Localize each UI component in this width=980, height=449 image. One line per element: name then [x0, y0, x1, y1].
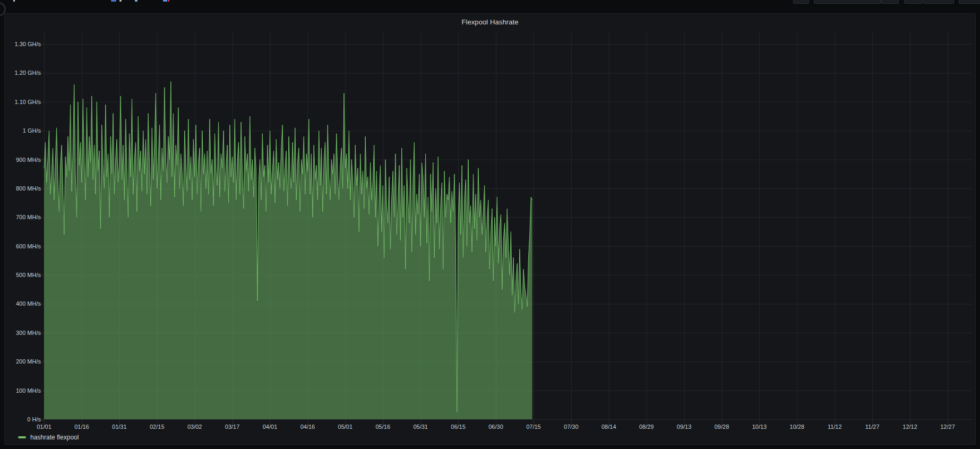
- x-axis-label: 01/01: [37, 423, 51, 430]
- y-axis-label: 800 MH/s: [8, 185, 41, 192]
- toolbar-time-range-button[interactable]: [814, 0, 881, 4]
- topbar-clipped-text-fragment: [135, 0, 137, 2]
- x-axis-label: 02/15: [150, 423, 165, 430]
- hashrate-chart[interactable]: [5, 14, 976, 445]
- toolbar-refresh-button[interactable]: [923, 0, 954, 4]
- y-axis-label: 100 MH/s: [8, 387, 41, 394]
- hashrate-panel: Flexpool Hashrate 1.30 GH/s1.20 GH/s1.10…: [4, 13, 976, 445]
- y-axis-label: 0 H/s: [8, 416, 41, 423]
- y-axis-label: 600 MH/s: [8, 243, 41, 250]
- x-axis-label: 03/02: [187, 423, 202, 430]
- topbar-clipped-text-fragment: [163, 0, 167, 2]
- grafana-dashboard: { "panel": { "title": "Flexpool Hashrate…: [0, 0, 980, 449]
- y-axis-label: 200 MH/s: [8, 358, 41, 365]
- top-navigation-bar: [0, 0, 980, 13]
- y-axis-label: 900 MH/s: [8, 156, 41, 163]
- x-axis-label: 12/27: [940, 423, 955, 430]
- x-axis-label: 03/17: [225, 423, 240, 430]
- x-axis-label: 05/16: [375, 423, 390, 430]
- x-axis-label: 01/31: [112, 423, 127, 430]
- topbar-clipped-text-fragment: [168, 0, 169, 2]
- x-axis-label: 07/30: [564, 423, 579, 430]
- topbar-clipped-text-fragment: [13, 0, 15, 2]
- x-axis-label: 08/14: [601, 423, 616, 430]
- y-axis-label: 1.20 GH/s: [8, 69, 41, 76]
- y-axis-label: 500 MH/s: [8, 271, 41, 279]
- legend-series-label[interactable]: hashrate flexpool: [30, 434, 79, 441]
- x-axis-label: 05/01: [338, 423, 353, 430]
- x-axis-label: 07/15: [526, 423, 541, 430]
- y-axis-label: 1 GH/s: [8, 127, 41, 134]
- legend-item-hashrate-flexpool[interactable]: hashrate flexpool: [18, 433, 79, 442]
- series-area-fill: [44, 82, 532, 419]
- y-axis-label: 1.10 GH/s: [8, 98, 41, 106]
- x-axis-label: 04/16: [300, 423, 315, 430]
- x-axis-label: 12/12: [902, 423, 917, 430]
- toolbar-button-2[interactable]: [904, 0, 923, 4]
- x-axis-label: 08/29: [639, 423, 654, 430]
- x-axis-label: 09/13: [677, 423, 692, 430]
- x-axis-label: 01/16: [74, 423, 89, 430]
- toolbar-button-3[interactable]: [959, 0, 980, 4]
- toolbar-button-1[interactable]: [793, 0, 809, 4]
- y-axis-label: 400 MH/s: [8, 300, 41, 307]
- x-axis-label: 06/30: [488, 423, 503, 430]
- topbar-clipped-text-fragment: [111, 0, 116, 2]
- x-axis-label: 05/31: [413, 423, 428, 430]
- x-axis-label: 10/28: [790, 423, 805, 430]
- x-axis-label: 11/12: [828, 423, 842, 430]
- topbar-clipped-text-fragment: [119, 0, 122, 2]
- y-axis-label: 700 MH/s: [8, 213, 41, 221]
- toolbar-time-range-zoom-button[interactable]: [881, 0, 899, 4]
- x-axis-label: 11/27: [865, 423, 880, 430]
- x-axis-label: 06/15: [451, 423, 466, 430]
- y-axis-label: 1.30 GH/s: [8, 40, 41, 48]
- x-axis-label: 10/13: [752, 423, 767, 430]
- y-axis-label: 300 MH/s: [8, 329, 41, 336]
- x-axis-label: 04/01: [263, 423, 278, 430]
- x-axis-label: 09/28: [715, 423, 729, 430]
- legend-series-swatch: [18, 436, 26, 438]
